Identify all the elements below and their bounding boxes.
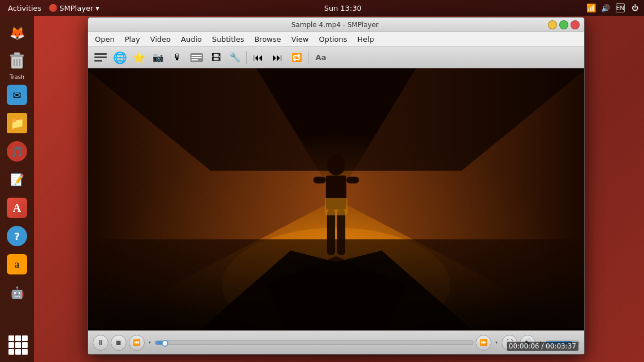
top-panel: Activities SMPlayer ▾ Sun 13:30 📶 🔊 EN ⏻ [0,0,644,16]
time-current: 00:00:06 [509,342,539,350]
app-menu[interactable]: SMPlayer ▾ [49,4,99,12]
menu-options[interactable]: Options [314,34,351,45]
firefox-icon: 🦊 [7,23,27,43]
toolbar-playlist-btn[interactable] [92,49,110,66]
svg-rect-11 [192,57,202,58]
window-title: Sample 4.mp4 - SMPlayer [122,21,548,29]
trash-icon [7,51,27,71]
forward-dropdown[interactable]: ▾ [494,335,499,351]
progress-bar[interactable] [155,341,473,345]
music-icon: 🎵 [7,141,27,162]
svg-rect-25 [325,198,347,215]
svg-rect-6 [94,53,107,55]
menu-view[interactable]: View [287,34,314,45]
appstore-icon: A [7,198,27,218]
sidebar-item-music[interactable]: 🎵 [5,139,29,164]
translate-icon: Aa [316,53,327,62]
toolbar-prev-btn[interactable]: ⏮ [249,49,267,66]
forward-icon: ⏩ [480,339,488,346]
toolbar-screenshot-btn[interactable]: 📷 [149,49,167,66]
time-total: 00:03:37 [546,342,576,350]
top-panel-left: Activities SMPlayer ▾ [5,3,99,14]
robot-icon: 🤖 [7,282,27,303]
files-icon: 📁 [7,113,27,133]
volume-tray-icon[interactable]: 🔊 [601,3,610,12]
menu-video[interactable]: Video [146,34,175,45]
stop-icon: ⏹ [115,339,122,347]
toolbar-subtitles-btn[interactable] [188,49,206,66]
globe-icon: 🌐 [113,51,127,64]
toolbar-preferences-btn[interactable]: 🔧 [226,49,244,66]
menu-help[interactable]: Help [353,34,379,45]
time-separator: / [539,342,546,350]
trash-label: Trash [10,74,24,80]
email-icon: ✉ [7,85,27,105]
svg-rect-12 [192,59,198,60]
time-display: 00:00:06 / 00:03:37 [507,342,578,351]
app-grid-icon [7,334,27,354]
sidebar-item-grid[interactable] [5,332,29,357]
sidebar-item-email[interactable]: ✉ [5,82,29,107]
toolbar-separator-1 [246,51,247,64]
pause-button[interactable]: ⏸ [93,335,108,351]
camera-icon: 📷 [153,52,164,63]
sidebar-item-amazon[interactable]: a [5,252,29,277]
menu-bar: Open Play Video Audio Subtitles Browse V… [88,32,584,47]
tools-icon: 🔧 [229,52,241,63]
minimize-button[interactable] [548,20,557,29]
controls-bar: ⏸ ⏹ ⏪ ▾ ⏩ ▾ ⛶ [88,330,584,354]
sidebar-item-robot[interactable]: 🤖 [5,280,29,305]
writer-icon: 📝 [7,169,27,190]
top-panel-clock[interactable]: Sun 13:30 [324,4,362,12]
rewind-dropdown[interactable]: ▾ [147,335,153,351]
next-icon: ⏭ [272,51,282,63]
rewind-button[interactable]: ⏪ [129,335,145,351]
svg-rect-7 [94,56,107,58]
svg-rect-21 [314,177,326,184]
toolbar-record-btn[interactable]: 🎙 [168,49,186,66]
toolbar-translate-btn[interactable]: Aa [311,49,331,66]
toolbar-separator-2 [308,51,308,64]
top-panel-tray: 📶 🔊 EN ⏻ [586,3,639,12]
toolbar-next-btn[interactable]: ⏭ [268,49,286,66]
video-frame [88,68,584,330]
menu-open[interactable]: Open [90,34,119,45]
wifi-tray-icon[interactable]: 📶 [586,3,595,12]
rewind-icon: ⏪ [133,339,141,346]
window-controls [548,20,580,29]
toolbar-loop-btn[interactable]: 🔁 [288,49,306,66]
toolbar-videofilter-btn[interactable]: 🎞 [207,49,225,66]
desktop: Activities SMPlayer ▾ Sun 13:30 📶 🔊 EN ⏻… [0,0,644,362]
activities-button[interactable]: Activities [5,3,45,14]
smplayer-icon [49,4,57,12]
menu-play[interactable]: Play [120,34,145,45]
sidebar-item-trash[interactable]: Trash [5,49,29,80]
smplayer-window: Sample 4.mp4 - SMPlayer Open Play Video … [88,17,585,355]
forward-button[interactable]: ⏩ [476,335,491,351]
app-name-label: SMPlayer [59,4,93,12]
close-button[interactable] [571,20,580,29]
sidebar-item-files[interactable]: 📁 [5,111,29,136]
film-icon: 🎞 [211,52,221,63]
menu-audio[interactable]: Audio [176,34,206,45]
video-area[interactable] [88,68,584,330]
sidebar-item-appstore[interactable]: A [5,195,29,220]
prev-icon: ⏮ [253,51,263,63]
toolbar-favorites-btn[interactable]: ⭐ [130,49,148,66]
maximize-button[interactable] [559,20,568,29]
toolbar: 🌐 ⭐ 📷 🎙 🎞 🔧 [88,47,584,68]
menu-subtitles[interactable]: Subtitles [207,34,249,45]
progress-handle[interactable] [162,340,168,347]
sidebar-item-firefox[interactable]: 🦊 [5,20,29,45]
sidebar-item-writer[interactable]: 📝 [5,167,29,192]
svg-point-19 [327,155,345,175]
keyboard-tray-icon[interactable]: EN [616,3,625,12]
sidebar-item-help[interactable]: ? [5,224,29,248]
power-tray-icon[interactable]: ⏻ [630,3,639,12]
help-icon: ? [7,226,27,246]
toolbar-globe-btn[interactable]: 🌐 [111,49,129,66]
stop-button[interactable]: ⏹ [111,335,127,351]
svg-rect-2 [14,53,20,55]
menu-browse[interactable]: Browse [250,34,285,45]
svg-rect-10 [192,55,202,56]
